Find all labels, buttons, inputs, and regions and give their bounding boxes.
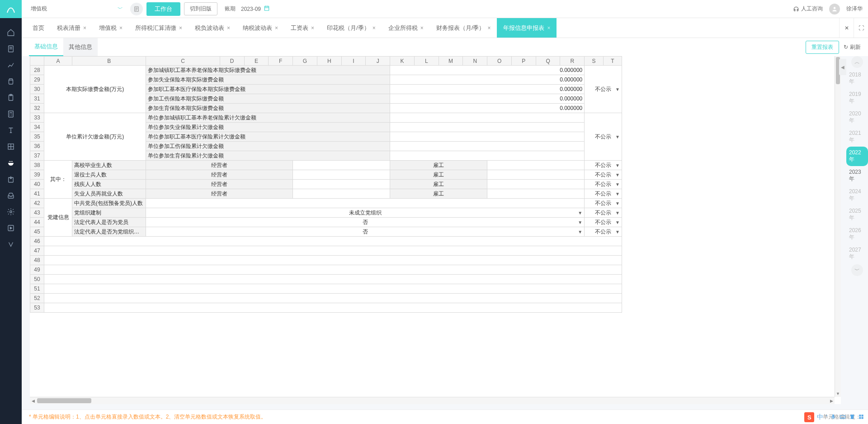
user-name[interactable]: 徐泽华 [846, 5, 863, 13]
field-label[interactable]: 参加工伤保险本期实际缴费金额 [146, 94, 390, 104]
nav-grid-icon[interactable] [0, 138, 22, 155]
ime-mic-icon[interactable] [830, 414, 836, 421]
field-value[interactable] [390, 132, 585, 142]
operator-label[interactable]: 经营者 [146, 189, 293, 199]
subtab-other[interactable]: 其他信息 [63, 38, 98, 56]
nav-chart-icon[interactable] [0, 57, 22, 73]
row-header[interactable]: 42 [30, 199, 44, 208]
header-doc-icon[interactable] [130, 3, 143, 15]
nav-home-icon[interactable] [0, 24, 22, 41]
tab-close-icon[interactable]: × [487, 25, 491, 31]
year-item[interactable]: 2025年 [846, 205, 868, 224]
old-version-button[interactable]: 切到旧版 [184, 2, 217, 15]
operator-label[interactable]: 经营者 [146, 180, 293, 189]
field-value[interactable] [390, 113, 585, 123]
ime-keyboard-icon[interactable] [839, 414, 846, 421]
field-label[interactable]: 参加城镇职工基本养老保险本期实际缴费金额 [146, 66, 390, 75]
tab-close-icon[interactable]: × [420, 25, 424, 31]
col-header[interactable]: C [146, 57, 220, 66]
publish-select[interactable]: 不公示▼ [585, 66, 622, 113]
employee-label[interactable]: 雇工 [390, 189, 487, 199]
nav-money-icon[interactable] [0, 73, 22, 90]
calendar-icon[interactable] [264, 5, 270, 13]
field-value[interactable] [390, 142, 585, 151]
tab-3[interactable]: 所得税汇算清缴× [129, 18, 189, 38]
empty-row[interactable] [44, 303, 622, 313]
year-item[interactable]: 2019年 [846, 88, 868, 108]
workspace-button[interactable]: 工作台 [146, 2, 180, 16]
scroll-thumb-h[interactable] [37, 398, 91, 403]
col-header[interactable]: L [414, 57, 439, 66]
col-header[interactable]: D [220, 57, 244, 66]
row-header[interactable]: 47 [30, 246, 44, 256]
row-header[interactable]: 48 [30, 256, 44, 265]
group-label[interactable]: 单位累计欠缴金额(万元) [44, 113, 146, 161]
employee-label[interactable]: 雇工 [390, 170, 487, 180]
field-value[interactable]: 0.000000 [390, 94, 585, 104]
row-header[interactable]: 46 [30, 237, 44, 246]
operator-value[interactable] [293, 161, 390, 170]
publish-select[interactable]: 不公示▼ [585, 180, 622, 189]
empty-row[interactable] [44, 256, 622, 265]
employee-label[interactable]: 雇工 [390, 161, 487, 170]
ime-zh-icon[interactable]: 中 [817, 413, 823, 421]
year-item[interactable]: 2026年 [846, 224, 868, 244]
nav-text-icon[interactable] [0, 122, 22, 138]
nav-v-icon[interactable] [0, 236, 22, 252]
row-header[interactable]: 50 [30, 275, 44, 284]
ime-punct-icon[interactable]: ' [826, 414, 827, 421]
nav-inbox-icon[interactable] [0, 187, 22, 204]
field-value[interactable]: 否▼ [146, 218, 585, 227]
tax-type-select[interactable]: 增值税 ﹀ [27, 3, 127, 14]
ime-tools-icon[interactable] [858, 414, 864, 421]
nav-play-icon[interactable] [0, 220, 22, 236]
field-label[interactable]: 退役士兵人数 [72, 170, 146, 180]
nav-calc-icon[interactable] [0, 106, 22, 122]
vertical-scrollbar[interactable]: ▲ ▼ [835, 56, 841, 397]
nav-settings-icon[interactable] [0, 204, 22, 220]
tab-5[interactable]: 纳税波动表× [236, 18, 284, 38]
field-label[interactable]: 高校毕业生人数 [72, 161, 146, 170]
row-header[interactable]: 49 [30, 265, 44, 275]
row-header[interactable]: 45 [30, 227, 44, 237]
tab-close-icon[interactable]: × [311, 25, 314, 31]
publish-select[interactable]: 不公示▼ [585, 170, 622, 180]
row-header[interactable]: 28 [30, 66, 44, 75]
employee-value[interactable] [487, 170, 585, 180]
field-value[interactable] [390, 151, 585, 161]
row-header[interactable]: 32 [30, 104, 44, 113]
ime-skin-icon[interactable] [849, 414, 855, 421]
row-header[interactable]: 53 [30, 303, 44, 313]
tab-close-icon[interactable]: × [179, 25, 182, 31]
grid-corner[interactable] [30, 57, 44, 66]
nav-doc-icon[interactable] [0, 41, 22, 57]
scroll-left-icon[interactable]: ◀ [30, 397, 36, 404]
empty-row[interactable] [44, 246, 622, 256]
employee-value[interactable] [487, 180, 585, 189]
group-label[interactable]: 其中： [44, 161, 72, 199]
scroll-down-icon[interactable]: ▼ [835, 391, 841, 397]
row-header[interactable]: 44 [30, 218, 44, 227]
tab-4[interactable]: 税负波动表× [189, 18, 236, 38]
tab-close-icon[interactable]: × [227, 25, 230, 31]
row-header[interactable]: 31 [30, 94, 44, 104]
col-header[interactable]: P [511, 57, 536, 66]
year-item[interactable]: 2024年 [846, 186, 868, 205]
operator-value[interactable] [293, 170, 390, 180]
nav-export-icon[interactable] [0, 171, 22, 187]
field-value[interactable]: 0.000000 [390, 66, 585, 75]
tab-7[interactable]: 印花税（月/季）× [321, 18, 382, 38]
row-header[interactable]: 52 [30, 294, 44, 303]
tab-expand-icon[interactable]: ⛶ [854, 18, 868, 38]
employee-value[interactable] [487, 189, 585, 199]
row-header[interactable]: 39 [30, 170, 44, 180]
year-down-icon[interactable]: ﹀ [851, 264, 863, 276]
field-label[interactable]: 党组织建制 [72, 208, 146, 218]
tab-close-all-icon[interactable]: ✕ [839, 18, 854, 38]
col-header[interactable]: N [463, 57, 487, 66]
row-header[interactable]: 41 [30, 189, 44, 199]
field-label[interactable]: 失业人员再就业人数 [72, 189, 146, 199]
col-header[interactable]: J [366, 57, 390, 66]
col-header[interactable]: G [293, 57, 317, 66]
tab-close-icon[interactable]: × [547, 25, 550, 31]
